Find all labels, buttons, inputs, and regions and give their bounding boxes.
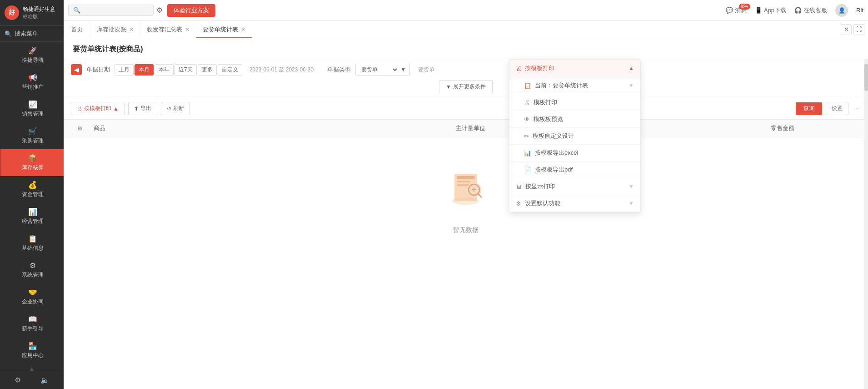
date-btn-current-month[interactable]: 本月 xyxy=(135,64,154,76)
current-template-arrow: ▼ xyxy=(629,82,634,89)
online-service-btn[interactable]: 🎧 在线客服 xyxy=(794,6,827,15)
right-scrollbar[interactable] xyxy=(864,59,868,389)
messages-badge: 99+ xyxy=(739,4,750,10)
topbar-gear-icon[interactable]: ⚙ xyxy=(156,6,163,15)
set-default-icon: ⚙ xyxy=(516,200,521,207)
sidebar-item-label: 采购管理 xyxy=(22,137,44,145)
dropdown-template-print[interactable]: 🖨 模板打印 xyxy=(509,94,640,111)
sidebar-item-quick-nav[interactable]: 🚀 快捷导航 xyxy=(0,42,64,69)
tab-close-receive-summary[interactable]: ✕ xyxy=(185,26,190,33)
enterprise-icon: 🤝 xyxy=(28,288,37,297)
table-settings-icon[interactable]: ⚙ xyxy=(77,125,83,132)
table-header: ⚙ 商品 主计量单位 主数量 零售金额 xyxy=(64,119,868,137)
online-service-label: 在线客服 xyxy=(803,6,827,15)
sidebar-item-label: 库存核算 xyxy=(22,164,44,172)
print-dropdown: 🖨 按模板打印 ▲ 📋 当前：要货单统计表 ▼ 🖨 模板打印 👁 模板板预览 ✏… xyxy=(509,59,641,212)
sales-icon: 📈 xyxy=(28,100,37,109)
topbar-trial-button[interactable]: 体验行业方案 xyxy=(167,4,215,17)
sidebar-item-label: 企业协同 xyxy=(22,298,44,306)
sidebar-item-label: 新手引导 xyxy=(22,325,44,333)
app-logo: 好 畅捷通好生意 标准版 xyxy=(0,0,64,26)
messages-icon: 💬 xyxy=(726,7,733,14)
display-print-label: 按显示打印 xyxy=(525,182,629,191)
sidebar-item-sales[interactable]: 📈 销售管理 xyxy=(0,96,64,122)
export-btn[interactable]: ⬆ 导出 xyxy=(128,102,157,115)
filter-expand-btn[interactable]: ◀ xyxy=(71,64,82,75)
tab-close-inventory-batch[interactable]: ✕ xyxy=(129,26,134,33)
settings-btn[interactable]: 设置 xyxy=(826,102,848,115)
template-print-icon: 🖨 xyxy=(524,99,530,106)
sidebar-item-basic-info[interactable]: 📋 基础信息 xyxy=(0,230,64,257)
refresh-btn[interactable]: ↺ 刷新 xyxy=(161,102,190,115)
sidebar-item-funds[interactable]: 💰 资金管理 xyxy=(0,176,64,203)
date-btn-custom[interactable]: 自定义 xyxy=(218,64,242,76)
tab-inventory-batch[interactable]: 库存批次账 ✕ xyxy=(90,21,140,38)
sidebar-item-purchase[interactable]: 🛒 采购管理 xyxy=(0,122,64,149)
template-preview-label: 模板板预览 xyxy=(534,115,634,123)
sidebar-item-label: 资金管理 xyxy=(22,191,44,198)
dropdown-set-default[interactable]: ⚙ 设置默认功能 ▼ xyxy=(509,195,640,212)
more-btn[interactable]: ··· xyxy=(852,103,861,114)
svg-rect-2 xyxy=(457,176,475,179)
date-btn-prev-month[interactable]: 上月 xyxy=(115,64,134,76)
sidebar-search[interactable]: 🔍 搜索菜单 xyxy=(0,26,64,42)
sidebar-nav: 🚀 快捷导航 📢 营销推广 📈 销售管理 🛒 采购管理 📦 库存核算 💰 资金管… xyxy=(0,42,64,367)
export-label: 导出 xyxy=(140,105,151,112)
dropdown-current-template[interactable]: 📋 当前：要货单统计表 ▼ xyxy=(509,77,640,94)
template-design-label: 模板自定义设计 xyxy=(533,132,634,140)
messages-btn[interactable]: 💬 消息 99+ xyxy=(726,6,747,15)
user-avatar[interactable]: 👤 xyxy=(835,4,848,17)
template-preview-icon: 👁 xyxy=(524,116,530,123)
type-select-input[interactable]: 要货单 xyxy=(359,66,399,73)
col-retail-amount: 零售金额 xyxy=(704,121,861,136)
sidebar-item-enterprise[interactable]: 🤝 企业协同 xyxy=(0,283,64,310)
purchase-icon: 🛒 xyxy=(28,127,37,136)
tab-receive-summary[interactable]: 收发存汇总表 ✕ xyxy=(140,21,196,38)
set-default-arrow-icon: ▼ xyxy=(629,200,634,207)
date-btn-last-7-days[interactable]: 近7天 xyxy=(175,64,197,76)
sidebar-item-label: 系统管理 xyxy=(22,271,44,279)
settings-bottom-btn[interactable]: ⚙ xyxy=(15,376,21,384)
tabbar-expand-btn[interactable]: ⛶ xyxy=(853,24,864,35)
display-print-arrow-icon: ▼ xyxy=(629,183,634,190)
app-version: 标准版 xyxy=(23,13,55,20)
audio-bottom-btn[interactable]: 🔈 xyxy=(40,376,50,384)
online-service-icon: 🎧 xyxy=(794,7,802,14)
operations-icon: 📊 xyxy=(28,207,37,216)
tab-order-stats[interactable]: 要货单统计表 ✕ xyxy=(196,21,252,38)
expand-label: 展开更多条件 xyxy=(453,83,486,91)
type-filter-select[interactable]: 要货单 ▼ xyxy=(355,64,410,76)
dropdown-template-preview[interactable]: 👁 模板板预览 xyxy=(509,111,640,128)
set-default-label: 设置默认功能 xyxy=(525,199,629,207)
sidebar-item-guide[interactable]: 📖 新手引导 xyxy=(0,310,64,337)
filter-area: ◀ 单据日期 上月 本月 本年 近7天 更多 自定义 2023-06-01 至 … xyxy=(64,59,868,98)
print-btn[interactable]: 🖨 按模板打印 ▲ xyxy=(71,102,125,115)
app-download-btn[interactable]: 📱 App下载 xyxy=(755,6,786,15)
sidebar-item-operations[interactable]: 📊 经营管理 xyxy=(0,203,64,230)
sidebar-item-marketing[interactable]: 📢 营销推广 xyxy=(0,69,64,96)
query-btn[interactable]: 查询 xyxy=(796,102,822,115)
app-name: 畅捷通好生意 xyxy=(23,5,55,13)
dropdown-template-design[interactable]: ✏ 模板自定义设计 xyxy=(509,128,640,145)
dropdown-header[interactable]: 🖨 按模板打印 ▲ xyxy=(509,60,640,77)
topbar-search-input[interactable] xyxy=(80,7,149,14)
tab-close-order-stats[interactable]: ✕ xyxy=(241,26,245,33)
dropdown-template-export-excel[interactable]: 📊 按模板导出excel xyxy=(509,145,640,162)
date-btn-more[interactable]: 更多 xyxy=(198,64,217,76)
topbar-search-box[interactable]: 🔍 xyxy=(68,5,154,16)
current-template-label: 当前：要货单统计表 xyxy=(535,81,629,90)
sidebar-item-label: 销售管理 xyxy=(22,110,44,118)
tab-home[interactable]: 首页 xyxy=(64,21,90,38)
tabbar: 首页 库存批次账 ✕ 收发存汇总表 ✕ 要货单统计表 ✕ ✕ ⛶ xyxy=(64,21,868,38)
dropdown-template-export-pdf[interactable]: 📄 按模板导出pdf xyxy=(509,162,640,178)
guide-icon: 📖 xyxy=(28,315,37,323)
export-excel-label: 按模板导出excel xyxy=(535,149,634,157)
date-btn-this-year[interactable]: 本年 xyxy=(155,64,174,76)
dropdown-display-print[interactable]: 🖥 按显示打印 ▼ xyxy=(509,178,640,195)
tabbar-close-btn[interactable]: ✕ xyxy=(841,24,852,35)
dropdown-header-arrow-icon: ▲ xyxy=(629,65,634,71)
expand-more-btn[interactable]: ▼ 展开更多条件 xyxy=(439,80,493,93)
sidebar-item-inventory[interactable]: 📦 库存核算 xyxy=(0,149,64,176)
sidebar-item-app-center[interactable]: 🏪 应用中心 xyxy=(0,337,64,364)
sidebar-item-system[interactable]: ⚙ 系统管理 xyxy=(0,257,64,283)
